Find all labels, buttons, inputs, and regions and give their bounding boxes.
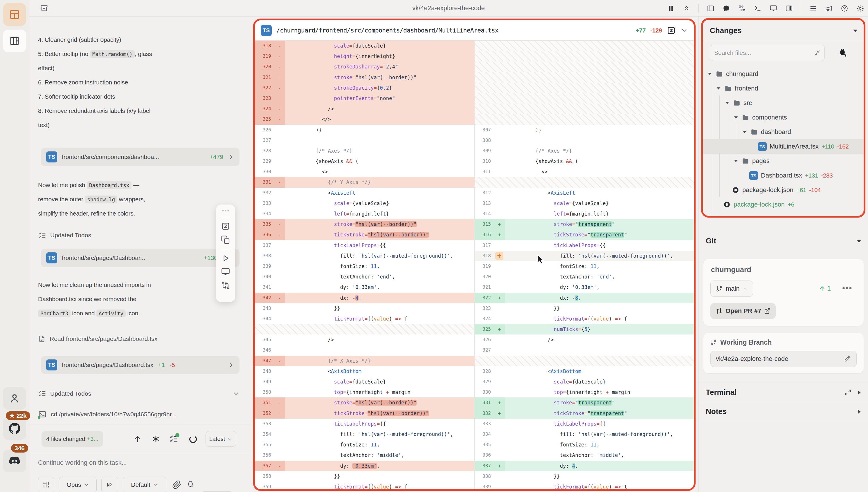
file-search[interactable] [710, 45, 825, 61]
removed-count: -233 [821, 172, 832, 179]
monitor-icon[interactable] [770, 5, 777, 12]
more-menu[interactable]: ••• [842, 284, 852, 293]
diff-marker [494, 387, 505, 397]
search-input[interactable] [714, 49, 814, 56]
review-mode-icon[interactable] [666, 26, 676, 35]
arrow-up-icon[interactable] [133, 434, 142, 444]
play-icon[interactable] [221, 253, 230, 263]
mode-dropdown[interactable]: Default [123, 476, 166, 492]
megaphone-icon[interactable] [825, 5, 832, 12]
diff-marker: - [274, 408, 285, 419]
updated-todos-row[interactable]: Updated Todos [38, 231, 91, 239]
branch-dropdown[interactable]: main [710, 280, 753, 297]
model-dropdown[interactable]: Opus [59, 476, 97, 492]
file-chip-multilinearea[interactable]: TS frontend/src/components/dashboa... +4… [41, 148, 239, 166]
code-line: /> [285, 335, 474, 345]
diff-row: 320- strokeDasharray="2,4" [255, 62, 694, 72]
tree-item-multilinearea-tsx[interactable]: TSMultiLineArea.tsx+110-162 [703, 139, 864, 154]
code-line: <> [505, 167, 694, 177]
diff-row: 348 <AxisBottom328 <AxisBottom [255, 366, 694, 376]
working-branch-field[interactable]: vk/4e2a-explore-the-code [710, 351, 857, 367]
message-input[interactable] [38, 459, 227, 466]
line-number: 348 [255, 366, 274, 376]
files-changed-chip[interactable]: 4 files changed +3... [42, 431, 103, 447]
tree-item-package-lock-json[interactable]: package-lock.json+6 [703, 197, 864, 212]
divider [703, 40, 864, 40]
version-dropdown[interactable]: Latest [206, 431, 236, 447]
git-header[interactable]: Git [706, 237, 862, 245]
line-number: 338 [255, 251, 274, 261]
expand-icon[interactable] [844, 389, 852, 396]
arrow-up-icon [818, 285, 826, 292]
terminal-section-header[interactable]: Terminal [706, 388, 862, 397]
notes-section-header[interactable]: Notes [706, 407, 862, 416]
menu-icon[interactable] [810, 5, 817, 12]
updated-todos-row-2[interactable]: Updated Todos [38, 390, 240, 398]
file-chip-dashboard-large[interactable]: TS frontend/src/pages/Dashboar... +130 -… [41, 249, 239, 267]
tree-item-dashboard[interactable]: dashboard [703, 125, 864, 139]
code-line: )} [505, 125, 694, 135]
cat-icon[interactable] [186, 480, 195, 489]
todos-status-icon[interactable] [169, 434, 178, 444]
tree-item-churnguard[interactable]: churnguard [703, 67, 864, 81]
github-button[interactable] [3, 417, 26, 440]
collapse-icon[interactable] [814, 49, 820, 56]
git-compare-icon[interactable] [221, 281, 230, 290]
chevron-right-icon[interactable] [857, 409, 862, 415]
git-compare-icon[interactable] [738, 5, 746, 12]
chevron-right-icon[interactable] [857, 390, 862, 395]
tree-item-label: frontend [735, 85, 758, 92]
tree-item-label: components [752, 114, 787, 121]
caret-down-icon [733, 115, 739, 120]
changes-header[interactable]: Changes [710, 26, 859, 35]
account-button[interactable] [3, 387, 26, 410]
terminal-command-row[interactable]: cd /private/var/folders/10/h7w0q46556ggr… [38, 410, 240, 419]
tree-item-pages[interactable]: pages [703, 154, 864, 168]
layout-view-button[interactable] [3, 3, 26, 26]
diff-line: 336 textAnchor: 'middle', [474, 450, 694, 460]
code-line: left={margin.left} [505, 208, 694, 219]
panel-right-icon[interactable] [785, 5, 793, 12]
pause-icon[interactable] [667, 5, 675, 12]
line-number: 329 [475, 376, 494, 387]
annotate-diff-icon[interactable] [221, 222, 230, 231]
help-icon[interactable] [841, 5, 848, 12]
open-pr-button[interactable]: Open PR #7 [710, 303, 776, 319]
chevrons-up-icon[interactable] [683, 5, 690, 12]
settings-gear-icon[interactable] [857, 5, 864, 12]
drag-handle-icon[interactable] [220, 208, 231, 213]
tree-item-package-lock-json[interactable]: package-lock.json+61-104 [703, 183, 864, 197]
chevron-down-icon[interactable] [680, 27, 688, 34]
fast-forward-button[interactable] [101, 476, 118, 492]
changes-section: Changes churnguardfrontendsrccomponentsd… [701, 18, 865, 218]
diff-row: 333 scale={valueScale}313 scale={valueSc… [255, 198, 694, 208]
pencil-icon[interactable] [844, 355, 851, 363]
copy-icon[interactable] [221, 235, 230, 245]
tree-item-components[interactable]: components [703, 110, 864, 125]
monitor-icon[interactable] [221, 267, 230, 276]
discord-button[interactable] [3, 450, 26, 472]
tree-item-src[interactable]: src [703, 96, 864, 110]
tree-item-frontend[interactable]: frontend [703, 81, 864, 96]
tree-item-dashboard-tsx[interactable]: TSDashboard.tsx+131-233 [703, 168, 864, 183]
diff-marker [274, 376, 285, 387]
read-file-row[interactable]: Read frontend/src/pages/Dashboard.tsx [38, 335, 157, 343]
chat-bubble-icon[interactable] [723, 5, 730, 12]
terminal-icon[interactable] [754, 5, 761, 12]
paperclip-icon[interactable] [172, 480, 182, 489]
chevron-down-icon[interactable] [232, 390, 240, 397]
diff-line: 316+ tickStroke="transparent" [474, 229, 694, 240]
settings-sliders-button[interactable] [38, 476, 54, 492]
board-view-button[interactable] [3, 30, 26, 52]
line-number: 319 [255, 51, 274, 62]
diff-row: 325- </> [255, 114, 694, 124]
code-line: top={innerHeight + margin [285, 387, 474, 397]
asterisk-icon[interactable] [151, 434, 161, 444]
file-chip-dashboard-small[interactable]: TS frontend/src/pages/Dashboard.tsx +1 -… [41, 356, 239, 374]
panel-left-icon[interactable] [707, 5, 714, 12]
diff-marker: - [274, 83, 285, 93]
cat-icon[interactable] [837, 48, 848, 58]
add-comment-button[interactable]: + [495, 252, 503, 260]
chevron-down-icon [153, 483, 158, 487]
line-number: 333 [475, 419, 494, 429]
